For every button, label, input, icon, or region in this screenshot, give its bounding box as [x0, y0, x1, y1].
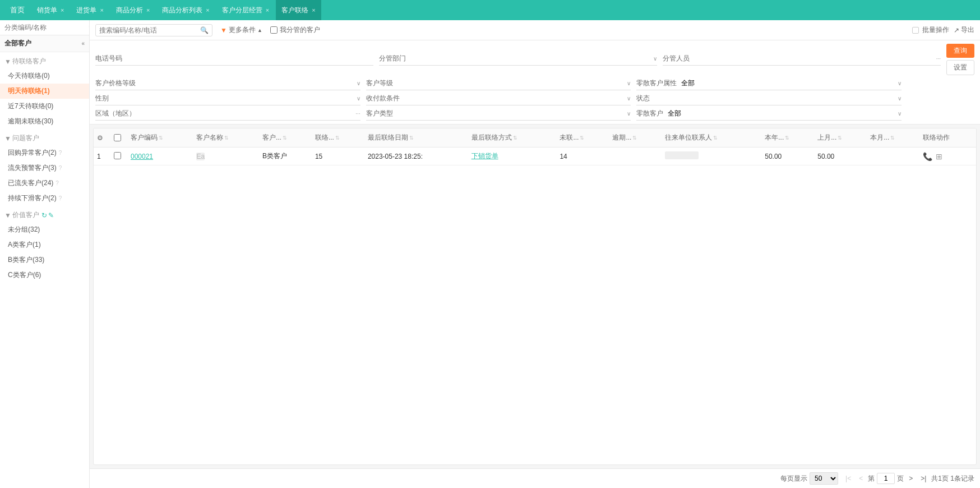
retail-customer-filter[interactable]: 零散客户 全部 ∨: [636, 109, 902, 121]
nav-product-analysis[interactable]: 商品分析 ×: [110, 0, 155, 20]
phone-action-icon[interactable]: 📞: [923, 152, 932, 161]
customer-grade-filter[interactable]: 客户等级 ∨: [366, 79, 631, 90]
close-product-analysis-tab[interactable]: ×: [146, 7, 150, 13]
sort-icon-code[interactable]: ⇅: [159, 135, 163, 141]
nav-sales[interactable]: 销货单 ×: [31, 0, 70, 20]
manager-label: 分管人员: [663, 54, 690, 63]
dept-filter[interactable]: 分管部门 ∨: [379, 54, 657, 66]
sort-icon-last-method[interactable]: ⇅: [513, 135, 517, 141]
phone-label: 电话号码: [95, 54, 122, 63]
edit-icon[interactable]: ✎: [48, 211, 54, 219]
sidebar-item-overdue-pending[interactable]: 逾期未联络(30): [0, 114, 89, 129]
col-settings[interactable]: ⚙: [94, 128, 110, 148]
query-button[interactable]: 查询: [946, 44, 974, 58]
close-purchase-tab[interactable]: ×: [100, 7, 103, 13]
sidebar-item-class-b[interactable]: B类客户(33): [0, 252, 89, 268]
sidebar-item-7day-pending[interactable]: 近7天待联络(0): [0, 99, 89, 114]
batch-operation-button[interactable]: 批量操作: [912, 25, 949, 35]
prev-page-button[interactable]: <: [856, 473, 866, 484]
customer-type-filter[interactable]: 客户类型 ∨: [366, 109, 631, 121]
sidebar-item-today-pending[interactable]: 今天待联络(0): [0, 68, 89, 84]
sort-icon-name[interactable]: ⇅: [224, 135, 229, 141]
my-customers-checkbox-label[interactable]: 我分管的客户: [270, 25, 320, 35]
sidebar-item-class-c[interactable]: C类客户(6): [0, 268, 89, 283]
manager-filter[interactable]: 分管人员 ···: [663, 54, 941, 66]
search-input[interactable]: [99, 26, 200, 34]
col-this-month: 本月... ⇅: [867, 128, 919, 148]
sort-icon-overdue[interactable]: ⇅: [632, 135, 637, 141]
customer-code-link[interactable]: 000021: [131, 153, 153, 160]
filter-panel: 电话号码 分管部门 ∨ 分管人员 ··· 查询 设置: [90, 40, 980, 125]
payment-filter[interactable]: 收付款条件 ∨: [366, 94, 631, 105]
close-customer-tier-tab[interactable]: ×: [266, 7, 269, 13]
sidebar-item-ungrouped[interactable]: 未分组(32): [0, 222, 89, 237]
status-filter[interactable]: 状态 ∨: [636, 94, 902, 105]
grid-action-icon[interactable]: ⊞: [936, 152, 942, 161]
sidebar-item-tomorrow-pending[interactable]: 明天待联络(1): [0, 84, 89, 99]
last-page-button[interactable]: >|: [918, 473, 929, 484]
search-icon[interactable]: 🔍: [200, 26, 209, 34]
nav-purchase[interactable]: 进货单 ×: [71, 0, 109, 20]
row-last-month: 50.00: [814, 148, 867, 165]
row-type: B类客户: [259, 148, 312, 165]
all-customers-header[interactable]: 全部客户 «: [0, 35, 89, 52]
area-filter[interactable]: 区域（地区） ···: [95, 109, 360, 121]
row-checkbox[interactable]: [110, 148, 127, 165]
col-name: 客户名称 ⇅: [193, 128, 258, 148]
gender-filter[interactable]: 性别 ∨: [95, 94, 360, 105]
price-grade-filter[interactable]: 客户价格等级 ∨: [95, 79, 360, 90]
sort-icon-contact[interactable]: ⇅: [335, 135, 340, 141]
sidebar-item-class-a[interactable]: A类客户(1): [0, 237, 89, 252]
sort-icon-type[interactable]: ⇅: [283, 135, 287, 141]
more-filter-button[interactable]: ▼ 更多条件 ▲: [217, 24, 266, 36]
sort-icon-uncontacted[interactable]: ⇅: [580, 135, 584, 141]
problem-section-title: ▼ 问题客户: [0, 131, 89, 145]
pending-section-title: ▼ 待联络客户: [0, 54, 89, 68]
retail-attr-chevron-icon: ∨: [898, 80, 902, 86]
select-all-checkbox[interactable]: [114, 134, 121, 141]
first-page-button[interactable]: |<: [843, 473, 854, 484]
export-button[interactable]: ↗ 导出: [954, 25, 974, 35]
col-uncontacted: 未联... ⇅: [556, 128, 609, 148]
filter-row-1: 电话号码 分管部门 ∨ 分管人员 ··· 查询 设置: [95, 44, 974, 75]
help-icon-2: ?: [56, 180, 59, 186]
page-number-input[interactable]: [877, 473, 895, 484]
pagination: |< < 第 页 > >| 共1页 1条记录: [843, 473, 974, 484]
price-grade-chevron-icon: ∨: [357, 80, 360, 86]
nav-home[interactable]: 首页: [4, 0, 30, 20]
my-customers-checkbox[interactable]: [270, 26, 278, 34]
sort-icon-unit-contact[interactable]: ⇅: [713, 135, 718, 141]
row-select-checkbox[interactable]: [114, 152, 121, 159]
total-text: 共1页 1条记录: [931, 474, 974, 484]
close-customer-contact-tab[interactable]: ×: [312, 7, 315, 13]
help-icon-0: ?: [59, 150, 62, 156]
row-last-contact-date: 2023-05-23 18:25:: [364, 148, 468, 165]
close-sales-tab[interactable]: ×: [61, 7, 64, 13]
sidebar-item-abnormal-repurchase[interactable]: 回购异常客户(2) ?: [0, 145, 89, 160]
sort-icon-this-month[interactable]: ⇅: [890, 135, 895, 141]
sidebar-item-declining[interactable]: 持续下滑客户(2) ?: [0, 191, 89, 206]
set-button[interactable]: 设置: [946, 60, 974, 75]
phone-input[interactable]: [126, 54, 373, 62]
sort-icon-this-year[interactable]: ⇅: [785, 135, 789, 141]
nav-product-analysis-list[interactable]: 商品分析列表 ×: [156, 0, 215, 20]
sort-icon-last-month[interactable]: ⇅: [838, 135, 842, 141]
sidebar-item-churn-warning[interactable]: 流失预警客户(3) ?: [0, 160, 89, 176]
page-size-select[interactable]: 50 100 200: [810, 472, 838, 485]
next-page-button[interactable]: >: [906, 473, 916, 484]
payment-label: 收付款条件: [366, 94, 400, 103]
refresh-icon[interactable]: ↻: [41, 211, 47, 219]
nav-customer-contact[interactable]: 客户联络 ×: [276, 0, 321, 20]
last-contact-method-link[interactable]: 下销货单: [471, 152, 498, 160]
retail-attr-filter[interactable]: 零散客户属性 全部 ∨: [636, 79, 902, 90]
area-ellipsis-icon: ···: [355, 111, 360, 117]
col-last-contact-method: 最后联络方式 ⇅: [468, 128, 557, 148]
sidebar-item-churned[interactable]: 已流失客户(24) ?: [0, 176, 89, 191]
sidebar-search-input[interactable]: [4, 24, 89, 31]
nav-customer-tier[interactable]: 客户分层经营 ×: [216, 0, 275, 20]
sort-icon-last-date[interactable]: ⇅: [409, 135, 414, 141]
gender-label: 性别: [95, 94, 109, 103]
table-footer: 每页显示 50 100 200 |< < 第 页 > >| 共1页 1条记录: [90, 468, 980, 488]
close-product-analysis-list-tab[interactable]: ×: [206, 7, 209, 13]
col-checkbox[interactable]: [110, 128, 127, 148]
